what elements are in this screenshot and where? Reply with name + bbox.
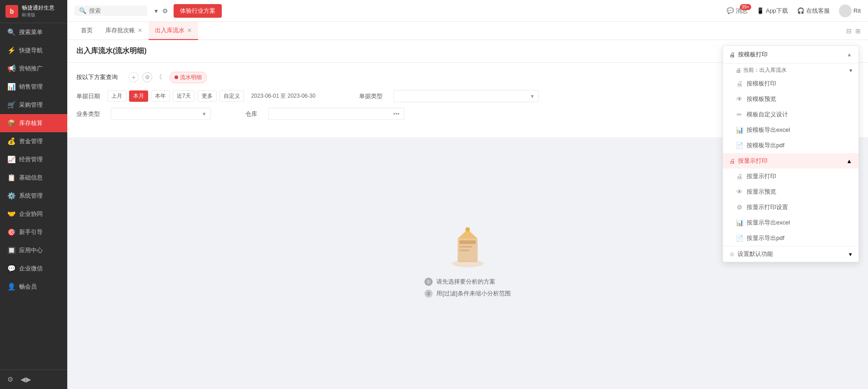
filter-query-label: 按以下方案查询 bbox=[76, 73, 118, 81]
sidebar-item-label: 搜索菜单 bbox=[19, 28, 43, 36]
app-download-button[interactable]: 📱 App下载 bbox=[757, 7, 788, 15]
biz-type-label: 业务类型 bbox=[76, 110, 100, 118]
print-dropdown-panel: 🖨 按模板打印 ▲ 🖨 当前：出入库流水 ▾ 🖨 按模板打印 👁 按模板预览 ✏… bbox=[723, 45, 859, 262]
filter-collapse-button[interactable]: 《 bbox=[156, 73, 162, 81]
display-section-chevron: ▲ bbox=[846, 158, 852, 165]
empty-illustration bbox=[445, 225, 490, 270]
sidebar-item-quicknav[interactable]: ⚡ 快捷导航 bbox=[0, 41, 67, 60]
display-preview-icon: 👁 bbox=[736, 188, 743, 195]
dropdown-item-display-pdf[interactable]: 📄 按显示导出pdf bbox=[723, 230, 858, 246]
filter-add-button[interactable]: + bbox=[129, 72, 139, 82]
sidebar-item-finance[interactable]: 💰 资金管理 bbox=[0, 132, 67, 150]
sidebar-item-purchase[interactable]: 🛒 采购管理 bbox=[0, 96, 67, 114]
tab-inventory-flow[interactable]: 出入库流水 ✕ bbox=[149, 22, 198, 40]
dropdown-header[interactable]: 🖨 按模板打印 ▲ bbox=[723, 46, 858, 64]
dropdown-footer[interactable]: ☆ 设置默认功能 ▾ bbox=[723, 246, 858, 262]
filter-settings-button[interactable]: ⚙ bbox=[142, 72, 152, 82]
tab-close-active-icon[interactable]: ✕ bbox=[187, 27, 192, 34]
online-service-button[interactable]: 🎧 在线客服 bbox=[797, 7, 830, 15]
sidebar-item-label: 企业微信 bbox=[19, 264, 43, 273]
item-label: 按显示导出pdf bbox=[747, 234, 784, 242]
date-btn-more[interactable]: 更多 bbox=[198, 90, 217, 102]
sidebar-item-wechat[interactable]: 💬 企业微信 bbox=[0, 259, 67, 278]
topbar-search-icon: 🔍 bbox=[79, 7, 86, 14]
sidebar-item-cooperation[interactable]: 🤝 企业协同 bbox=[0, 205, 67, 223]
trial-button[interactable]: 体验行业方案 bbox=[174, 4, 222, 18]
message-icon: 💬 bbox=[727, 7, 734, 14]
empty-step-2: ② 用[过滤]条件来缩小分析范围 bbox=[424, 289, 510, 298]
item-label: 按显示打印设置 bbox=[747, 203, 788, 211]
wechat-icon: 💬 bbox=[7, 264, 15, 273]
sidebar-item-basic[interactable]: 📋 基础信息 bbox=[0, 169, 67, 187]
sidebar-item-marketing[interactable]: 📢 营销推广 bbox=[0, 60, 67, 78]
user-area[interactable]: Rit bbox=[839, 5, 861, 17]
quicknav-icon: ⚡ bbox=[7, 46, 15, 55]
pdf-icon: 📄 bbox=[736, 142, 743, 149]
chevron-down-icon: ▾ bbox=[203, 110, 206, 117]
dropdown-item-template-pdf[interactable]: 📄 按模板导出pdf bbox=[723, 138, 858, 153]
dropdown-item-template-preview[interactable]: 👁 按模板预览 bbox=[723, 91, 858, 107]
settings-icon[interactable]: ⚙ bbox=[162, 7, 168, 15]
maximize-icon[interactable]: ⊞ bbox=[855, 27, 861, 35]
date-btn-this-month[interactable]: 本月 bbox=[129, 90, 148, 102]
design-icon: ✏ bbox=[736, 111, 743, 118]
date-btn-7days[interactable]: 近7天 bbox=[173, 90, 195, 102]
sidebar-item-system[interactable]: ⚙️ 系统管理 bbox=[0, 187, 67, 205]
dropdown-item-template-design[interactable]: ✏ 模板自定义设计 bbox=[723, 107, 858, 122]
sidebar-item-guide[interactable]: 🎯 新手引导 bbox=[0, 223, 67, 241]
item-label: 按模板导出excel bbox=[747, 126, 790, 134]
finance-icon: 💰 bbox=[7, 137, 15, 145]
sidebar-item-sales[interactable]: 📊 销售管理 bbox=[0, 78, 67, 96]
current-label: 当前：出入库流水 bbox=[743, 66, 787, 74]
dropdown-item-display-excel[interactable]: 📊 按显示导出excel bbox=[723, 215, 858, 230]
topbar-search-input[interactable] bbox=[89, 7, 135, 14]
warehouse-select[interactable]: ••• bbox=[268, 108, 404, 120]
dropdown-current-item: 🖨 当前：出入库流水 ▾ bbox=[723, 64, 858, 76]
sidebar-item-member[interactable]: 👤 畅会员 bbox=[0, 278, 67, 296]
tab-close-icon[interactable]: ✕ bbox=[138, 27, 142, 34]
sidebar-item-operations[interactable]: 📈 经营管理 bbox=[0, 150, 67, 169]
chevron-down-icon: ▾ bbox=[531, 93, 534, 100]
chevron-down-icon[interactable]: ▾ bbox=[155, 7, 158, 15]
dropdown-item-display-settings[interactable]: ⚙ 按显示打印设置 bbox=[723, 199, 858, 215]
date-btn-last-month[interactable]: 上月 bbox=[107, 90, 126, 102]
display-section-header[interactable]: 🖨 按显示打印 ▲ bbox=[723, 153, 858, 169]
voucher-type-select[interactable]: ▾ bbox=[394, 90, 539, 102]
svg-rect-2 bbox=[459, 240, 476, 244]
dropdown-title: 🖨 按模板打印 bbox=[729, 50, 768, 59]
sidebar-item-label: 企业协同 bbox=[19, 210, 43, 218]
sidebar: b 畅捷通好生意 标准版 🔍 搜索菜单 ⚡ 快捷导航 📢 营销推广 📊 销售管理… bbox=[0, 0, 67, 389]
topbar-search-box[interactable]: 🔍 bbox=[75, 5, 147, 16]
collapse-icon[interactable]: ◀▶ bbox=[20, 375, 31, 384]
dropdown-item-display-preview[interactable]: 👁 按显示预览 bbox=[723, 184, 858, 199]
sidebar-item-appcenter[interactable]: 🔲 应用中心 bbox=[0, 241, 67, 259]
message-badge: 99+ bbox=[740, 4, 751, 10]
tab-label: 首页 bbox=[81, 26, 93, 35]
date-btn-custom[interactable]: 自定义 bbox=[219, 90, 244, 102]
settings-bottom-icon[interactable]: ⚙ bbox=[7, 375, 13, 384]
display-print-icon: 🖨 bbox=[736, 173, 743, 180]
item-label: 模板自定义设计 bbox=[747, 110, 788, 119]
date-btn-this-year[interactable]: 本年 bbox=[151, 90, 170, 102]
dropdown-item-display-print[interactable]: 🖨 按显示打印 bbox=[723, 169, 858, 184]
sidebar-item-inventory[interactable]: 📦 库存核算 bbox=[0, 114, 67, 132]
tab-home[interactable]: 首页 bbox=[75, 22, 99, 40]
dropdown-item-template-print[interactable]: 🖨 按模板打印 bbox=[723, 76, 858, 91]
cooperation-icon: 🤝 bbox=[7, 210, 15, 218]
biz-type-select[interactable]: ▾ bbox=[111, 108, 211, 120]
inventory-icon: 📦 bbox=[7, 119, 15, 127]
sidebar-item-label: 营销推广 bbox=[19, 65, 43, 73]
message-button[interactable]: 💬 消息 99+ bbox=[727, 7, 748, 15]
filter-scheme-tag[interactable]: 流水明细 bbox=[170, 72, 207, 83]
dropdown-title-label: 按模板打印 bbox=[738, 50, 768, 59]
online-service-label: 在线客服 bbox=[806, 7, 830, 15]
tab-inventory-batch[interactable]: 库存批次账 ✕ bbox=[99, 22, 149, 40]
topbar-right: 💬 消息 99+ 📱 App下载 🎧 在线客服 Rit bbox=[727, 5, 861, 17]
step-number-1: ① bbox=[424, 278, 433, 286]
current-icon: 🖨 bbox=[736, 67, 741, 74]
minimize-icon[interactable]: ⊟ bbox=[846, 27, 852, 35]
logo-icon: b bbox=[5, 5, 18, 18]
sidebar-item-search[interactable]: 🔍 搜索菜单 bbox=[0, 23, 67, 41]
dropdown-item-template-excel[interactable]: 📊 按模板导出excel bbox=[723, 122, 858, 138]
display-settings-icon: ⚙ bbox=[736, 204, 743, 211]
